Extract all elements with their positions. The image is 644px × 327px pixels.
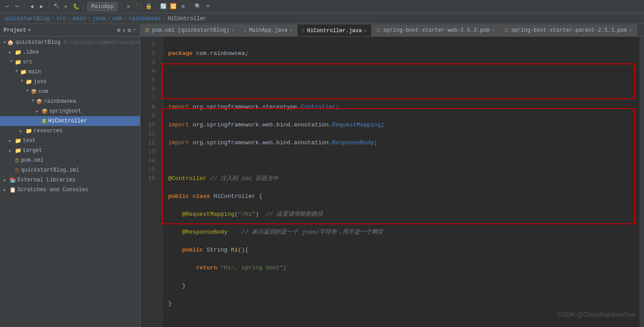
line-9: public class HiController { <box>168 193 263 200</box>
tree-item-java[interactable]: ▶ 📁 java <box>0 77 140 87</box>
build-icon[interactable]: 🔨 <box>53 3 60 10</box>
breadcrumb-com[interactable]: com <box>112 16 122 22</box>
tree-item-springboot[interactable]: ▶ 📦 springboot <box>0 106 140 116</box>
breadcrumb: quickstartBlog › src › main › java › com… <box>0 13 644 24</box>
tree-item-external-libs[interactable]: ▶ 📚 External Libraries <box>0 175 140 185</box>
editor-tabs: 🗒 pom.xml (quickstartBlog) ✕ ☕ MainApp.j… <box>140 24 644 37</box>
sidebar-title: Project ▼ <box>4 27 31 34</box>
run-icon[interactable]: ▶ <box>63 3 70 10</box>
tree-item-rainbowsea[interactable]: ▶ 📦 rainbowsea <box>0 96 140 106</box>
hicontroller-icon: C <box>42 119 47 124</box>
src-folder-icon: 📁 <box>15 59 21 66</box>
tab-label-hicontroller: HiController.java <box>307 28 362 34</box>
line-14: } <box>168 282 186 289</box>
tab-mainapp[interactable]: ☕ MainApp.java ✕ <box>239 25 297 36</box>
external-libs-icon: 📚 <box>9 177 16 184</box>
tree-item-com[interactable]: ▶ 📦 com <box>0 87 140 96</box>
pom-icon: 🗒 <box>15 158 20 164</box>
forward-icon[interactable]: ▶ <box>38 3 45 10</box>
chevron-java: ▶ <box>20 80 25 84</box>
line-5: import org.springframework.web.bind.anno… <box>168 122 385 128</box>
line-1: package com.rainbowsea; <box>168 50 248 57</box>
idea-folder-icon: 📁 <box>15 49 21 56</box>
tree-label-iml: quickstartBlog.iml <box>21 167 79 173</box>
iml-icon: 🗒 <box>15 168 20 173</box>
sidebar-icon-locate[interactable]: ⊕ <box>117 27 121 34</box>
run2-icon[interactable]: ▶ <box>125 3 132 10</box>
line-11: @ResponseBody // 表示返回的是一个 json/字符串，而不是一个… <box>168 229 383 235</box>
code-content[interactable]: package com.rainbowsea; import org.sprin… <box>163 37 640 327</box>
chevron-project: ▶ <box>2 41 7 43</box>
tree-item-iml[interactable]: ▶ 🗒 quickstartBlog.iml <box>0 165 140 175</box>
tree-item-idea[interactable]: ▶ 📁 .idea <box>0 47 140 57</box>
tree-label-target: target <box>23 147 42 154</box>
tree-label-rainbowsea: rainbowsea <box>44 98 76 105</box>
sep3 <box>83 3 84 11</box>
debug-icon[interactable]: 🐛 <box>72 3 80 10</box>
line-8: @Controller // 注入到 ioc 容器当中 <box>168 175 279 182</box>
breadcrumb-src[interactable]: src <box>56 16 66 22</box>
tree-item-hicontroller[interactable]: ▶ C HiController <box>0 116 140 126</box>
tree-item-target[interactable]: ▶ 📁 target <box>0 146 140 155</box>
tab-icon-hicontroller: C <box>302 28 305 34</box>
resources-folder-icon: 📁 <box>25 128 32 134</box>
breadcrumb-rainbowsea[interactable]: rainbowsea <box>129 16 161 22</box>
sidebar-icon-minimize[interactable]: − <box>133 27 136 34</box>
rainbowsea-pkg-icon: 📦 <box>36 99 42 105</box>
editor-scrollbar[interactable] <box>640 37 644 327</box>
tree-item-src[interactable]: ▶ 📁 src <box>0 57 140 67</box>
test-folder-icon: 📁 <box>15 138 21 144</box>
tab-icon-starter-web: 🗒 <box>376 28 381 34</box>
project-dropdown-arrow[interactable]: ▼ <box>28 28 31 33</box>
sidebar-icon-settings[interactable]: ⚙ <box>127 27 131 34</box>
tab-starter-web[interactable]: 🗒 spring-boot-starter-web-2.5.3.pom ✕ <box>372 25 500 36</box>
sync-icon[interactable]: 🔄 <box>160 3 167 10</box>
tree-item-pom[interactable]: ▶ 🗒 pom.xml <box>0 155 140 165</box>
tab-pom-xml[interactable]: 🗒 pom.xml (quickstartBlog) ✕ <box>140 25 239 36</box>
tree-label-com: com <box>38 88 48 95</box>
line-6: import org.springframework.web.bind.anno… <box>168 139 377 146</box>
scratches-icon: 📋 <box>9 187 16 193</box>
tab-close-mainapp[interactable]: ✕ <box>290 28 292 33</box>
project-icon: 🏠 <box>7 39 14 46</box>
tab-starter-parent[interactable]: 🗒 spring-boot-starter-parent-2.5.3.pom ✕ <box>500 25 637 36</box>
tab-close-pom-xml[interactable]: ✕ <box>232 28 234 33</box>
app-name-dropdown[interactable]: MainApp <box>87 2 118 11</box>
chevron-resources: ▶ <box>20 129 24 134</box>
code-view[interactable]: 1 2 3 4 5 6 7 8 9 10 11 12 13 14 15 16 p… <box>140 37 644 327</box>
chevron-src: ▶ <box>9 60 14 64</box>
settings-icon[interactable]: ⚙ <box>179 3 186 10</box>
tree-item-scratches[interactable]: ▶ 📋 Scratches and Consoles <box>0 185 140 195</box>
sidebar-icon-scroll[interactable]: ⇕ <box>123 27 126 34</box>
line-15: } <box>168 300 172 307</box>
tree-label-idea: .idea <box>23 49 39 55</box>
search2-icon[interactable]: 🔍 <box>194 3 201 10</box>
tab-hicontroller[interactable]: C HiController.java ✕ <box>297 25 372 36</box>
tree-item-project[interactable]: ▶ 🏠 quickstartBlog E:\Java\SpringBoot\qu… <box>0 38 140 47</box>
tab-label-starter-parent: spring-boot-starter-parent-2.5.3.pom <box>511 27 627 34</box>
tab-label-starter-web: spring-boot-starter-web-2.5.3.pom <box>383 27 490 34</box>
tree-item-resources[interactable]: ▶ 📁 resources <box>0 126 140 136</box>
breadcrumb-java[interactable]: java <box>93 16 106 22</box>
com-pkg-icon: 📦 <box>31 89 37 95</box>
coverage-icon[interactable]: 🔒 <box>145 3 152 10</box>
tree-item-main[interactable]: ▶ 📁 main <box>0 67 140 77</box>
java-folder-icon: 📁 <box>25 79 32 85</box>
git-icon[interactable]: 🔀 <box>169 3 177 10</box>
undo-icon[interactable]: ↩ <box>4 3 11 10</box>
redo-icon[interactable]: ↪ <box>13 3 21 10</box>
breadcrumb-main[interactable]: main <box>73 16 86 22</box>
project-label: Project <box>4 27 26 34</box>
springboot-pkg-icon: 📦 <box>42 109 48 114</box>
tab-close-starter-web[interactable]: ✕ <box>492 28 495 33</box>
tab-close-starter-parent[interactable]: ✕ <box>629 28 632 33</box>
breadcrumb-project[interactable]: quickstartBlog <box>4 16 50 22</box>
back-icon[interactable]: ◀ <box>28 3 35 10</box>
line-10: @RequestMapping("/hi") // 设置请求映射路径 <box>168 211 323 218</box>
chevron-main: ▶ <box>14 70 19 74</box>
tab-close-hicontroller[interactable]: ✕ <box>364 28 367 34</box>
line-numbers: 1 2 3 4 5 6 7 8 9 10 11 12 13 14 15 16 <box>140 37 163 327</box>
terminal-icon[interactable]: ⌨ <box>204 3 211 10</box>
tree-item-test[interactable]: ▶ 📁 test <box>0 136 140 146</box>
stop-icon[interactable]: ⬛ <box>135 3 142 10</box>
